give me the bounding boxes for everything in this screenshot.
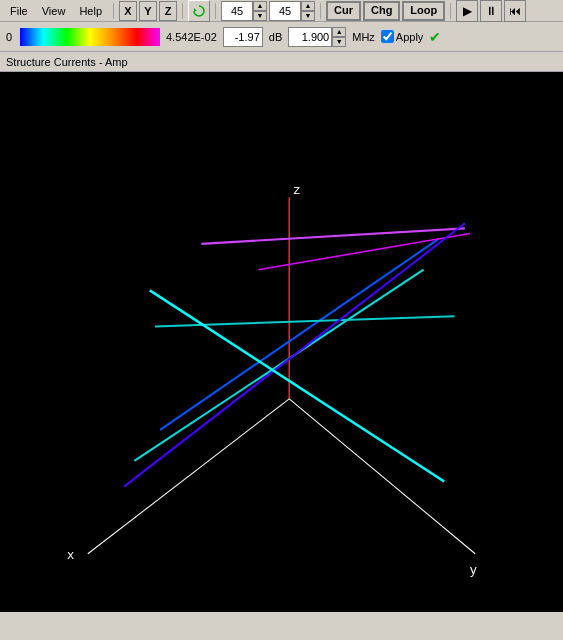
scalebar-row: 0 4.542E-02 dB ▲ ▼ MHz Apply ✔	[0, 22, 563, 52]
subtitle-text: Structure Currents - Amp	[6, 56, 128, 68]
pause-button[interactable]: ⏸	[480, 0, 502, 22]
angle2-up[interactable]: ▲	[301, 1, 315, 11]
db-input[interactable]	[223, 27, 263, 47]
separator-3	[215, 3, 216, 19]
colorbar	[20, 28, 160, 46]
rewind-button[interactable]: ⏮	[504, 0, 526, 22]
angle2-spinbox: ▲ ▼	[269, 1, 315, 21]
main-content: x y z	[0, 72, 563, 612]
checkmark-icon[interactable]: ✔	[429, 29, 441, 45]
refresh-icon	[192, 4, 206, 18]
separator-1	[113, 3, 114, 19]
menubar: File View Help X Y Z ▲ ▼ ▲ ▼ Cur Chg Loo…	[0, 0, 563, 22]
freq-input[interactable]	[288, 27, 332, 47]
scale-max-value: 4.542E-02	[166, 31, 217, 43]
separator-4	[320, 3, 321, 19]
menu-view[interactable]: View	[36, 4, 72, 18]
freq-down[interactable]: ▼	[332, 37, 346, 47]
angle2-arrows: ▲ ▼	[301, 1, 315, 21]
db-unit-label: dB	[269, 31, 282, 43]
viewport[interactable]: x y z	[0, 72, 563, 612]
refresh-button[interactable]	[188, 0, 210, 22]
angle1-arrows: ▲ ▼	[253, 1, 267, 21]
axis-x-text: x	[67, 547, 74, 562]
angle1-spinbox: ▲ ▼	[221, 1, 267, 21]
angle1-up[interactable]: ▲	[253, 1, 267, 11]
scale-min-value: 0	[6, 31, 14, 43]
freq-unit-label: MHz	[352, 31, 375, 43]
apply-checkbox-input[interactable]	[381, 30, 394, 43]
axis-z-text: z	[293, 182, 300, 197]
axis-z-button[interactable]: Z	[159, 1, 177, 21]
angle2-input[interactable]	[269, 1, 301, 21]
svg-line-5	[134, 270, 423, 461]
angle2-down[interactable]: ▼	[301, 11, 315, 21]
axis-y-button[interactable]: Y	[139, 1, 157, 21]
menu-file[interactable]: File	[4, 4, 34, 18]
svg-marker-0	[194, 8, 197, 11]
svg-line-9	[124, 223, 465, 486]
freq-up[interactable]: ▲	[332, 27, 346, 37]
menu-help[interactable]: Help	[73, 4, 108, 18]
svg-line-2	[88, 399, 289, 554]
separator-2	[182, 3, 183, 19]
mode-cur-button[interactable]: Cur	[326, 1, 361, 21]
axis-x-button[interactable]: X	[119, 1, 137, 21]
mode-loop-button[interactable]: Loop	[402, 1, 445, 21]
svg-line-3	[289, 399, 475, 554]
subtitle-bar: Structure Currents - Amp	[0, 52, 563, 72]
apply-label: Apply	[396, 31, 424, 43]
mode-chg-button[interactable]: Chg	[363, 1, 400, 21]
svg-line-4	[160, 239, 439, 430]
freq-arrows: ▲ ▼	[332, 27, 346, 47]
3d-scene-svg: x y z	[0, 72, 563, 612]
separator-5	[450, 3, 451, 19]
play-button[interactable]: ▶	[456, 0, 478, 22]
apply-checkbox-label[interactable]: Apply	[381, 30, 424, 43]
freq-spinbox: ▲ ▼	[288, 27, 346, 47]
angle1-down[interactable]: ▼	[253, 11, 267, 21]
angle1-input[interactable]	[221, 1, 253, 21]
axis-y-text: y	[470, 562, 477, 577]
